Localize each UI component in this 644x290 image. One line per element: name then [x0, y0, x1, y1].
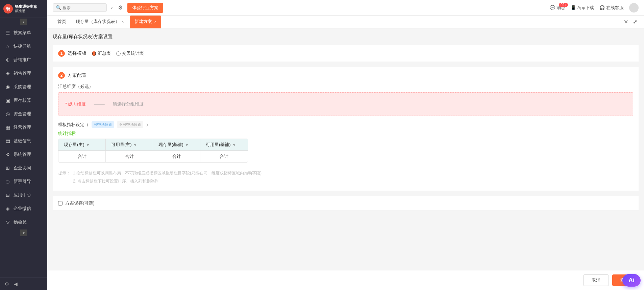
enterprise-icon: ⊞: [5, 165, 11, 171]
sidebar-item-label: 快捷导航: [14, 43, 31, 49]
td-cell-3: 合计: [200, 151, 248, 162]
footer-bar: 取消 查询: [47, 270, 644, 290]
dimension-label: 汇总维度（必选）: [58, 83, 633, 90]
app-edition: 标准版: [15, 9, 37, 14]
avatar: [629, 3, 639, 13]
wechat-icon: ◈: [5, 206, 11, 212]
th-cell-3[interactable]: 可用量(基辅) ∨: [200, 139, 248, 151]
section-scheme-config: 2 方案配置 汇总维度（必选） * 纵向维度 —— 请选择分组维度 模板指标设定…: [53, 67, 639, 191]
sidebar-item-appcenter[interactable]: ⊟ 应用中心: [0, 188, 47, 202]
th-dropdown-0[interactable]: ∨: [86, 143, 89, 147]
sidebar-item-system[interactable]: ⚙ 系统管理: [0, 148, 47, 161]
tab-new-scheme[interactable]: 新建方案 ×: [130, 16, 161, 28]
scroll-down-btn[interactable]: ▼: [20, 229, 27, 236]
sidebar-item-enterprise[interactable]: ⊞ 企业协同: [0, 161, 47, 175]
th-cell-1[interactable]: 可用量(主) ∨: [106, 139, 153, 151]
tab-close-all-icon[interactable]: ✕: [622, 17, 629, 26]
indicator-close-text: ）: [146, 122, 150, 128]
app-name: 畅赢通好生意: [15, 4, 37, 9]
cancel-button[interactable]: 取消: [583, 274, 609, 286]
tab-inventory[interactable]: 现存量（库存状况表） ×: [71, 16, 128, 28]
save-checkbox[interactable]: [58, 201, 63, 206]
tab-expand-icon[interactable]: ⤢: [631, 17, 639, 26]
sidebar-item-label: 营销推广: [14, 57, 31, 63]
sidebar-item-label: 库存核算: [14, 97, 31, 103]
topbar-search-box[interactable]: 🔍: [53, 3, 107, 12]
quicknav-icon: ⌂: [5, 43, 11, 49]
sidebar-item-quicknav[interactable]: ⌂ 快捷导航: [0, 40, 47, 53]
th-label-3: 可用量(基辅): [206, 142, 231, 148]
search-menu-icon: ☰: [5, 30, 11, 36]
sidebar-item-newguide[interactable]: ◌ 新手引导: [0, 175, 47, 188]
sidebar-item-member[interactable]: ▽ 畅会员: [0, 215, 47, 229]
sidebar-item-label: 系统管理: [14, 151, 31, 158]
th-dropdown-2[interactable]: ∨: [185, 143, 188, 147]
sidebar-item-label: 企业微信: [14, 206, 31, 212]
inventory-icon: ▣: [5, 97, 11, 103]
appcenter-icon: ⊟: [5, 192, 11, 198]
radio-summary-input[interactable]: [92, 51, 96, 56]
radio-cross-input[interactable]: [116, 51, 121, 56]
online-service-button[interactable]: 🎧 在线客服: [599, 5, 624, 11]
headset-icon: 🎧: [599, 5, 605, 10]
th-dropdown-3[interactable]: ∨: [233, 143, 236, 147]
sidebar-item-management[interactable]: ▦ 经营管理: [0, 121, 47, 134]
trial-industry-button[interactable]: 体验行业方案: [127, 3, 163, 13]
radio-summary-table[interactable]: 汇总表: [92, 50, 111, 56]
sidebar-item-basicinfo[interactable]: ▤ 基础信息: [0, 134, 47, 148]
topbar: 🔍 ∨ ⚙ 体验行业方案 💬 消息 99+ 📱 App下载 🎧 在线客服: [47, 0, 644, 16]
indicator-table: 现存量(主) ∨ 可用量(主) ∨ 现存量(基辅) ∨: [58, 139, 248, 163]
th-dropdown-1[interactable]: ∨: [134, 143, 137, 147]
sidebar-item-wechat[interactable]: ◈ 企业微信: [0, 202, 47, 215]
table-header-row: 现存量(主) ∨ 可用量(主) ∨ 现存量(基辅) ∨: [58, 139, 248, 151]
message-button[interactable]: 💬 消息 99+: [550, 5, 565, 11]
radio-summary-label: 汇总表: [98, 50, 111, 56]
draggable-badge: 可拖动位置: [92, 121, 114, 128]
sidebar-item-search[interactable]: ☰ 搜索菜单: [0, 26, 47, 40]
ai-badge[interactable]: Ai: [622, 274, 641, 287]
message-badge: 99+: [559, 3, 568, 7]
scroll-up-btn[interactable]: ▲: [20, 19, 27, 25]
page-title: 现存量(库存状况表)方案设置: [53, 34, 639, 40]
dim-arrow: ——: [94, 101, 105, 107]
td-cell-2: 合计: [153, 151, 200, 162]
sidebar-item-label: 销售管理: [14, 70, 31, 76]
tab-inventory-close[interactable]: ×: [122, 20, 124, 24]
sidebar-item-inventory[interactable]: ▣ 库存核算: [0, 94, 47, 107]
sidebar-item-finance[interactable]: ◎ 资金管理: [0, 107, 47, 121]
radio-cross-table[interactable]: 交叉统计表: [116, 50, 144, 56]
section2-header: 2 方案配置: [53, 67, 639, 83]
topbar-gear-icon[interactable]: ⚙: [117, 3, 124, 12]
app-download-button[interactable]: 📱 App下载: [571, 5, 594, 11]
sidebar-item-marketing[interactable]: ⊕ 营销推广: [0, 53, 47, 67]
indicator-label-text: 模板指标设定（: [58, 122, 89, 128]
step2-badge: 2: [58, 72, 65, 79]
section2-title: 方案配置: [68, 72, 86, 78]
tab-home[interactable]: 首页: [53, 16, 71, 28]
vertical-dim-label: * 纵向维度: [65, 101, 86, 107]
stat-indicator: 统计指标 现存量(主) ∨ 可用量(主) ∨: [58, 130, 633, 164]
mobile-icon: 📱: [571, 5, 576, 10]
app-download-label: App下载: [577, 5, 594, 11]
dimension-box[interactable]: * 纵向维度 —— 请选择分组维度: [58, 92, 633, 116]
settings-icon[interactable]: ⚙: [5, 281, 9, 287]
save-option: 方案保存(可选): [53, 196, 639, 210]
sidebar-item-label: 搜索菜单: [14, 30, 31, 36]
sidebar-item-label: 采购管理: [14, 84, 31, 90]
topbar-chevron-icon[interactable]: ∨: [110, 5, 113, 10]
collapse-icon[interactable]: ◀: [14, 281, 18, 287]
radio-cross-label: 交叉统计表: [122, 50, 144, 56]
th-cell-0[interactable]: 现存量(主) ∨: [58, 139, 106, 151]
search-input[interactable]: [63, 5, 104, 10]
th-cell-2[interactable]: 现存量(基辅) ∨: [153, 139, 200, 151]
sidebar-item-purchase[interactable]: ◉ 采购管理: [0, 80, 47, 94]
template-radio-group: 汇总表 交叉统计表: [92, 50, 144, 56]
dim-placeholder: 请选择分组维度: [113, 101, 144, 107]
purchase-icon: ◉: [5, 84, 11, 90]
section1-header: 1 选择模板 汇总表 交叉统计表: [53, 45, 639, 62]
sidebar-item-sales[interactable]: ◈ 销售管理: [0, 67, 47, 80]
user-info[interactable]: [629, 3, 639, 13]
tip-spacer: 提示：: [58, 177, 70, 185]
stat-label: 统计指标: [58, 130, 633, 137]
tab-new-scheme-close[interactable]: ×: [154, 20, 156, 24]
